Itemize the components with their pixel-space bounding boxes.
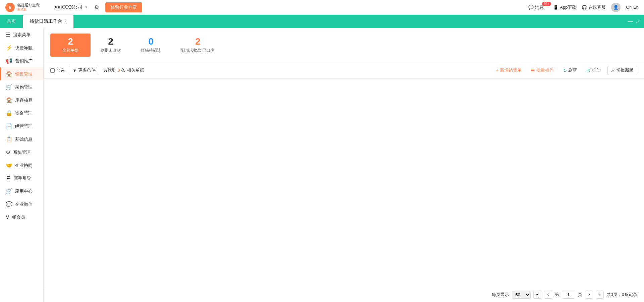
- sidebar-item-quick-nav[interactable]: ⚡ 快捷导航: [0, 41, 43, 54]
- sidebar-label-finance: 资金管理: [15, 110, 33, 116]
- stat-card-shipped[interactable]: 2 到期未收款 已出库: [171, 34, 224, 57]
- stat-label-overdue: 到期未收款: [101, 48, 121, 53]
- settings-button[interactable]: ⚙: [92, 3, 101, 12]
- base-info-icon: 📋: [6, 136, 12, 142]
- batch-operation-button[interactable]: ☰ 批量操作: [528, 66, 556, 75]
- new-sales-button[interactable]: + 新增销货单: [493, 66, 524, 75]
- sidebar-label-system: 系统管理: [13, 149, 31, 156]
- stat-number-all: 2: [68, 37, 73, 46]
- sidebar-item-cooperation[interactable]: 🤝 企业协同: [0, 159, 43, 172]
- sidebar-item-member[interactable]: V 畅会员: [0, 211, 43, 224]
- sidebar-item-operation[interactable]: 📄 经营管理: [0, 120, 43, 133]
- sidebar-item-search-menu[interactable]: ☰ 搜索菜单: [0, 28, 43, 41]
- logo-area: 6 畅捷通好生意 标准版: [5, 3, 49, 12]
- company-selector[interactable]: XXXXXX公司 ▼: [54, 4, 88, 10]
- top-header: 6 畅捷通好生意 标准版 XXXXXX公司 ▼ ⚙ 体验行业方案 💬 消息 99…: [0, 0, 644, 15]
- sidebar-item-inventory[interactable]: 🏠 库存核算: [0, 94, 43, 107]
- filter-label: 更多条件: [78, 67, 96, 73]
- stat-label-all: 全部单据: [62, 48, 78, 53]
- tab-home-label: 首页: [7, 18, 16, 24]
- sidebar-label-purchase: 采购管理: [15, 84, 33, 90]
- toolbar: 全选 ▼ 更多条件 共找到 0 条 相关单据 + 新增销货单 ☰ 批量操作: [44, 62, 644, 79]
- filter-button[interactable]: ▼ 更多条件: [69, 66, 99, 75]
- checkbox-all-input[interactable]: [50, 68, 55, 73]
- page-suffix: 页: [578, 292, 582, 298]
- tab-active-label: 钱货日清工作台: [30, 18, 62, 24]
- online-service-label: 在线客服: [588, 4, 606, 10]
- first-page-button[interactable]: «: [533, 291, 541, 299]
- sidebar-item-base-info[interactable]: 📋 基础信息: [0, 133, 43, 146]
- phone-icon: 📱: [553, 5, 558, 10]
- print-icon: 🖨: [586, 68, 591, 73]
- quick-nav-icon: ⚡: [6, 45, 12, 51]
- stat-number-pending: 0: [148, 37, 154, 46]
- app-name: 畅捷通好生意: [17, 3, 40, 7]
- next-page-button[interactable]: >: [585, 291, 593, 299]
- stat-card-all[interactable]: 2 全部单据: [50, 34, 91, 57]
- page-input[interactable]: [562, 291, 575, 299]
- select-all-checkbox[interactable]: 全选: [50, 67, 65, 73]
- sidebar-item-system[interactable]: ⚙ 系统管理: [0, 146, 43, 159]
- found-count: 0: [118, 68, 120, 73]
- sidebar-item-wechat[interactable]: 💬 企业微信: [0, 198, 43, 211]
- content-area: 2 全部单据 2 到期未收款 0 旺铺待确认 2 到期未收款 已出库 全选: [44, 28, 644, 302]
- sidebar-item-guide[interactable]: 🖥 新手引导: [0, 172, 43, 185]
- sidebar-label-operation: 经营管理: [15, 123, 33, 129]
- page-size-select[interactable]: 50 10 20 100: [512, 291, 531, 299]
- sidebar-label-quick-nav: 快捷导航: [15, 45, 33, 51]
- operation-icon: 📄: [6, 123, 12, 129]
- company-name: XXXXXX公司: [54, 4, 83, 10]
- tab-close-icon[interactable]: ×: [64, 19, 67, 24]
- total-text: 共0页，0条记录: [606, 292, 637, 298]
- sidebar-label-member: 畅会员: [12, 214, 25, 220]
- messages-item[interactable]: 💬 消息 99+: [528, 4, 548, 10]
- page-size-label: 每页显示: [492, 292, 509, 298]
- prev-page-button[interactable]: <: [544, 291, 552, 299]
- sidebar-label-inventory: 库存核算: [15, 97, 33, 103]
- refresh-label: 刷新: [568, 67, 577, 73]
- header-right: 💬 消息 99+ 📱 App下载 🎧 在线客服 👤 OfTEn: [528, 3, 639, 12]
- batch-label: 批量操作: [536, 67, 554, 73]
- print-button[interactable]: 🖨 打印: [584, 66, 603, 75]
- search-menu-icon: ☰: [6, 32, 10, 38]
- stat-number-shipped: 2: [195, 37, 201, 46]
- stat-number-overdue: 2: [108, 37, 113, 46]
- stat-card-pending[interactable]: 0 旺铺待确认: [131, 34, 171, 57]
- sidebar-item-app-center[interactable]: 🛒 应用中心: [0, 185, 43, 198]
- refresh-icon: ↻: [563, 68, 567, 73]
- stat-label-pending: 旺铺待确认: [141, 48, 161, 53]
- sidebar-item-finance[interactable]: 🔒 资金管理: [0, 107, 43, 120]
- sidebar-label-search-menu: 搜索菜单: [13, 32, 31, 38]
- avatar-placeholder: 👤: [613, 5, 619, 10]
- switch-version-button[interactable]: ⇄ 切换新版: [607, 66, 637, 75]
- sidebar-item-purchase[interactable]: 🛒 采购管理: [0, 80, 43, 94]
- inventory-icon: 🏠: [6, 97, 12, 103]
- messages-badge: 99+: [542, 2, 551, 6]
- sidebar-label-guide: 新手引导: [14, 175, 31, 181]
- online-service-item[interactable]: 🎧 在线客服: [582, 4, 606, 10]
- trial-button[interactable]: 体验行业方案: [105, 2, 142, 12]
- tab-home[interactable]: 首页: [0, 15, 23, 28]
- stat-card-overdue[interactable]: 2 到期未收款: [91, 34, 131, 57]
- toolbar-right: + 新增销货单 ☰ 批量操作 ↻ 刷新 🖨 打印 ⇄ 切换新版: [493, 66, 637, 75]
- user-name[interactable]: OfTEn: [626, 5, 639, 10]
- tab-minimize-button[interactable]: —: [628, 18, 633, 24]
- sidebar-label-app-center: 应用中心: [15, 188, 33, 194]
- chevron-down-icon: ▼: [85, 5, 88, 9]
- avatar[interactable]: 👤: [611, 3, 621, 12]
- guide-icon: 🖥: [6, 175, 11, 181]
- app-tag: 标准版: [17, 7, 40, 12]
- cooperation-icon: 🤝: [6, 162, 12, 169]
- app-download-item[interactable]: 📱 App下载: [553, 4, 576, 10]
- tab-restore-button[interactable]: ⤢: [636, 18, 640, 25]
- refresh-button[interactable]: ↻ 刷新: [560, 66, 580, 75]
- sidebar-label-sales: 销售管理: [15, 71, 33, 77]
- sidebar-item-marketing[interactable]: 📢 营销推广: [0, 54, 43, 67]
- finance-icon: 🔒: [6, 110, 12, 116]
- sidebar-label-base-info: 基础信息: [15, 136, 33, 142]
- main-layout: ☰ 搜索菜单 ⚡ 快捷导航 📢 营销推广 🏠 销售管理 🛒 采购管理 🏠 库存核…: [0, 28, 644, 302]
- last-page-button[interactable]: »: [596, 291, 604, 299]
- tab-active[interactable]: 钱货日清工作台 ×: [23, 15, 73, 28]
- sidebar-item-sales[interactable]: 🏠 销售管理: [0, 67, 43, 80]
- wechat-icon: 💬: [6, 201, 12, 207]
